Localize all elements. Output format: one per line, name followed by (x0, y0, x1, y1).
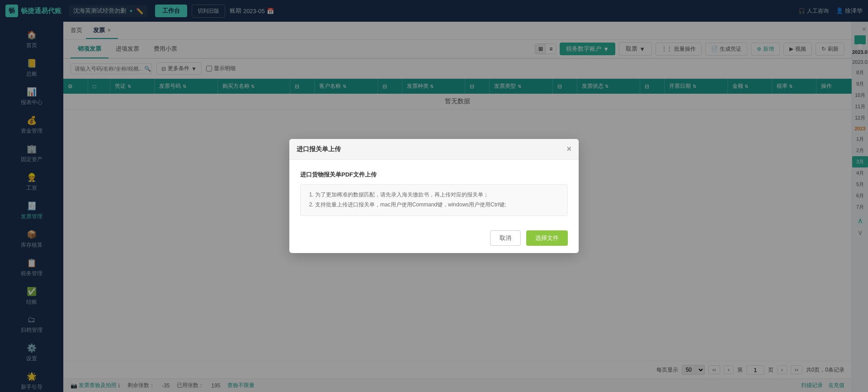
modal-title: 进口报关单上传 (297, 145, 341, 153)
modal-select-button[interactable]: 选择文件 (526, 230, 568, 246)
modal-overlay: 进口报关单上传 × 进口货物报关单PDF文件上传 为了更加稀准的数据匹配，请先录… (0, 0, 868, 392)
upload-modal: 进口报关单上传 × 进口货物报关单PDF文件上传 为了更加稀准的数据匹配，请先录… (289, 139, 579, 253)
modal-body: 进口货物报关单PDF文件上传 为了更加稀准的数据匹配，请先录入海关缴款书，再上传… (289, 160, 579, 223)
modal-header: 进口报关单上传 × (289, 139, 579, 160)
modal-content-title: 进口货物报关单PDF文件上传 (300, 171, 568, 179)
modal-info-box: 为了更加稀准的数据匹配，请先录入海关缴款书，再上传对应的报关单； 支持批量上传进… (300, 184, 568, 215)
modal-cancel-button[interactable]: 取消 (490, 230, 521, 246)
modal-info-item-2: 支持批量上传进口报关单，mac用户使用Command键，windows用户使用C… (315, 200, 560, 210)
modal-footer: 取消 选择文件 (289, 223, 579, 253)
modal-close-button[interactable]: × (566, 144, 571, 154)
modal-info-item-1: 为了更加稀准的数据匹配，请先录入海关缴款书，再上传对应的报关单； (315, 190, 560, 200)
